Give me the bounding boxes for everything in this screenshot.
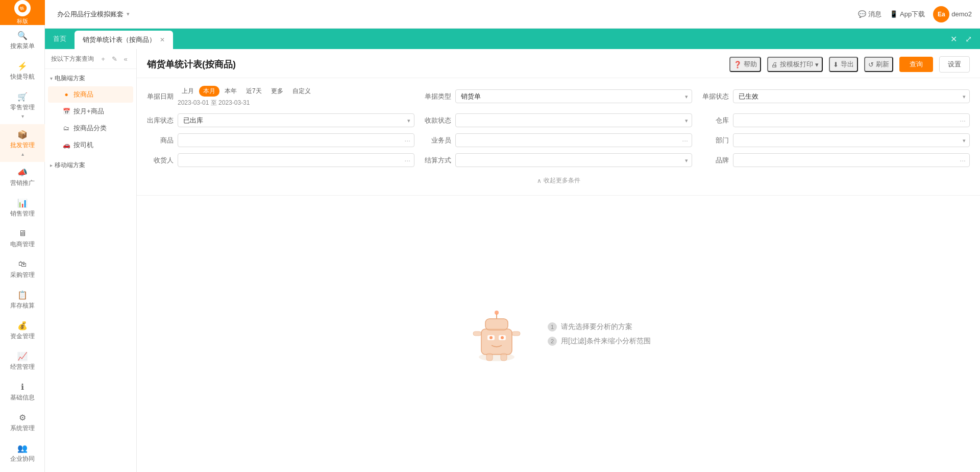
tab-sales-stats[interactable]: 销货单统计表（按商品） ✕: [75, 31, 173, 49]
payment-select[interactable]: [455, 153, 692, 167]
sidebar-item-wholesale[interactable]: 📦 批发管理 ▴: [0, 124, 45, 162]
scheme-group-mobile-label: 移动端方案: [55, 161, 85, 170]
sales-person-dots-icon[interactable]: ···: [682, 136, 688, 145]
export-icon: ⬇: [833, 61, 839, 68]
doc-status-select[interactable]: 已生效: [733, 89, 970, 103]
period-more-btn[interactable]: 更多: [267, 85, 287, 97]
content-area: 按以下方案查询 + ✎ « ▾ 电脑端方案: [45, 49, 980, 472]
scheme-group-pc-header[interactable]: ▾ 电脑端方案: [45, 71, 136, 86]
app-logo[interactable]: 畅 标版: [0, 0, 45, 25]
period-last-7-btn[interactable]: 近7天: [242, 85, 266, 97]
sidebar-item-label: 系统管理: [10, 424, 35, 433]
sidebar-item-marketing[interactable]: 📣 营销推广: [0, 162, 45, 193]
ecommerce-icon: 🖥: [17, 228, 28, 239]
period-this-year-btn[interactable]: 本年: [220, 85, 241, 97]
empty-illustration: [466, 303, 527, 365]
tab-home[interactable]: 首页: [45, 29, 75, 49]
tab-close-icon[interactable]: ✕: [160, 36, 165, 43]
collapse-icon: «: [124, 55, 127, 63]
product-input[interactable]: [178, 133, 414, 147]
sidebar-item-sales[interactable]: 📊 销售管理: [0, 193, 45, 223]
period-last-month-btn[interactable]: 上月: [178, 85, 198, 97]
sidebar-item-business[interactable]: 📈 经营管理: [0, 346, 45, 376]
sidebar-item-finance[interactable]: 💰 资金管理: [0, 315, 45, 346]
svg-rect-3: [481, 329, 512, 355]
mobile-toggle-icon: ▸: [50, 162, 53, 168]
sidebar-item-search[interactable]: 🔍 搜索菜单: [0, 25, 45, 56]
svg-text:畅: 畅: [20, 6, 24, 11]
tab-minimize-btn[interactable]: ✕: [948, 33, 959, 45]
scheme-group-mobile-header[interactable]: ▸ 移动端方案: [45, 158, 136, 173]
refresh-label: 刷新: [876, 60, 889, 69]
sidebar-item-quick-nav[interactable]: ⚡ 快捷导航: [0, 56, 45, 86]
sidebar-item-retail[interactable]: 🛒 零售管理 ▾: [0, 86, 45, 124]
tab-bar-actions: ✕ ⤢: [942, 29, 980, 49]
tab-expand-btn[interactable]: ⤢: [963, 33, 974, 45]
sidebar-item-ecommerce[interactable]: 🖥 电商管理: [0, 223, 45, 254]
product-dots-icon[interactable]: ···: [404, 136, 410, 145]
stock-out-label: 出库状态: [147, 116, 174, 125]
brand-dots-icon[interactable]: ···: [960, 156, 966, 164]
receiver-dots-icon[interactable]: ···: [404, 156, 410, 164]
sidebar-item-guide[interactable]: 🎯 新手引导: [0, 468, 45, 472]
product-input-wrapper: ···: [178, 133, 414, 147]
refresh-btn[interactable]: ↺ 刷新: [864, 57, 893, 72]
sales-icon: 📊: [17, 198, 28, 208]
scheme-add-btn[interactable]: +: [99, 54, 108, 63]
scheme-panel: 按以下方案查询 + ✎ « ▾ 电脑端方案: [45, 49, 137, 472]
sidebar-item-system[interactable]: ⚙ 系统管理: [0, 407, 45, 438]
template-print-label: 按模板打印: [780, 60, 813, 69]
quick-nav-icon: ⚡: [17, 61, 28, 71]
receiver-input[interactable]: [178, 153, 414, 167]
user-avatar-action[interactable]: Ea demo2: [933, 6, 972, 22]
workspace-selector[interactable]: 办公用品行业模拟账套 ▾: [53, 8, 134, 21]
svg-rect-15: [486, 353, 493, 361]
message-action[interactable]: 💬 消息: [858, 10, 881, 19]
app-download-action[interactable]: 📱 App下载: [890, 10, 925, 19]
scheme-edit-btn[interactable]: ✎: [110, 54, 119, 63]
sidebar-item-basic[interactable]: ℹ 基础信息: [0, 376, 45, 407]
warehouse-dots-icon[interactable]: ···: [960, 116, 966, 125]
scheme-item-by-product[interactable]: ● 按商品: [48, 86, 133, 103]
collapse-btn[interactable]: ∧ 收起更多条件: [147, 173, 970, 188]
logo-text: 标版: [17, 17, 28, 25]
scheme-item-by-category[interactable]: 🗂 按商品分类: [48, 120, 133, 136]
sidebar-item-label: 采购管理: [10, 271, 35, 279]
app-download-icon: 📱: [890, 10, 898, 18]
sidebar-item-corp[interactable]: 👥 企业协同: [0, 438, 45, 468]
stock-out-select[interactable]: 已出库: [178, 113, 414, 127]
brand-label: 品牌: [702, 156, 729, 165]
stock-out-select-wrapper: 已出库: [178, 113, 414, 127]
help-label: 帮助: [744, 60, 757, 69]
help-btn[interactable]: ❓ 帮助: [729, 57, 761, 72]
period-custom-btn[interactable]: 自定义: [288, 85, 315, 97]
receipt-status-select[interactable]: [455, 113, 692, 127]
dept-select[interactable]: [733, 133, 970, 147]
receiver-input-wrapper: ···: [178, 153, 414, 167]
workspace-name: 办公用品行业模拟账套: [57, 10, 124, 19]
doc-type-select[interactable]: 销货单: [455, 89, 692, 103]
message-icon: 💬: [858, 10, 866, 18]
filter-area: 单据日期 上月 本月 本年 近7天 更多 自定义 2023-03-01 至 20…: [137, 78, 980, 196]
brand-input[interactable]: [733, 153, 970, 167]
sales-person-input[interactable]: [455, 133, 692, 147]
workspace-chevron-icon: ▾: [127, 11, 130, 17]
receipt-status-label: 收款状态: [425, 116, 451, 125]
sidebar-item-stock[interactable]: 📋 库存核算: [0, 285, 45, 315]
svg-rect-13: [473, 332, 481, 336]
scheme-item-by-machine[interactable]: 🚗 按司机: [48, 137, 133, 153]
add-icon: +: [101, 55, 105, 63]
query-btn[interactable]: 查询: [899, 57, 933, 72]
marketing-icon: 📣: [17, 167, 28, 177]
warehouse-input[interactable]: [733, 113, 970, 127]
export-btn[interactable]: ⬇ 导出: [829, 57, 858, 72]
system-icon: ⚙: [17, 412, 28, 422]
scheme-item-by-month-product[interactable]: 📅 按月+商品: [48, 103, 133, 120]
settings-btn[interactable]: 设置: [939, 56, 970, 73]
sidebar-item-purchase[interactable]: 🛍 采购管理: [0, 254, 45, 285]
avatar[interactable]: Ea: [933, 6, 949, 22]
period-this-month-btn[interactable]: 本月: [199, 86, 219, 97]
template-print-btn[interactable]: 🖨 按模板打印 ▾: [767, 57, 823, 72]
refresh-icon: ↺: [868, 61, 874, 68]
scheme-collapse-btn[interactable]: «: [121, 54, 130, 63]
